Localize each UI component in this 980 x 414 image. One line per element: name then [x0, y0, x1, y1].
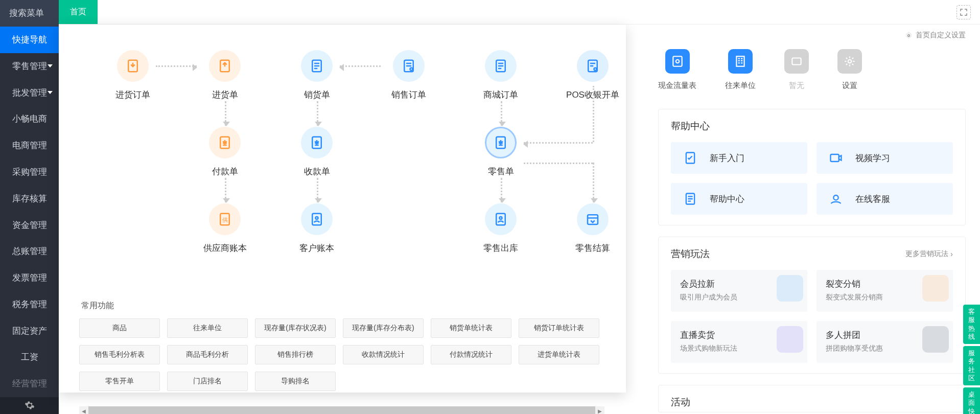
sidebar-item-quicknav[interactable]: 快捷导航 [0, 27, 59, 53]
fn-btn[interactable]: 销售毛利分析表 [79, 345, 160, 364]
arrow [317, 178, 318, 202]
fn-btn[interactable]: 商品毛利分析 [167, 345, 248, 364]
flow-label: 商城订单 [457, 89, 544, 101]
flow-payment[interactable]: 付款单 [181, 127, 268, 177]
svg-point-7 [594, 68, 597, 71]
activity-title: 活动 [671, 396, 953, 409]
building-icon [734, 55, 747, 68]
fn-btn[interactable]: 销货订单统计表 [519, 318, 599, 338]
sidebar-item-xiaochang[interactable]: 小畅电商 [0, 106, 59, 132]
fn-btn[interactable]: 商品 [79, 318, 160, 338]
mkt-live[interactable]: 直播卖货 场景式购物新玩法 [671, 321, 807, 363]
ghost-icon [922, 275, 949, 302]
fn-btn[interactable]: 零售开单 [79, 372, 160, 391]
fn-btn[interactable]: 现存量(库存分布表) [343, 318, 424, 338]
arrow [524, 163, 593, 164]
shortcut-empty[interactable]: 暂无 [784, 49, 809, 90]
sidebar-item-tax[interactable]: 税务管理 [0, 291, 59, 317]
shortcut-partner[interactable]: 往来单位 [725, 49, 756, 90]
flow-label: 收款单 [273, 166, 360, 177]
flow-purchase-receipt[interactable]: 进货单 [181, 50, 268, 101]
scroll-thumb[interactable] [88, 406, 595, 414]
horizontal-scrollbar[interactable]: ◄ ► [79, 406, 604, 414]
fn-btn[interactable]: 现存量(库存状况表) [255, 318, 336, 338]
sidebar-item-retail[interactable]: 零售管理 [0, 53, 59, 80]
help-label: 帮助中心 [710, 193, 744, 205]
arrow [340, 65, 381, 67]
sidebar-item-purchase[interactable]: 采购管理 [0, 159, 59, 186]
flow-label: 进货单 [181, 89, 268, 101]
svg-point-14 [316, 217, 318, 219]
flow-retail-order[interactable]: 零售单 [457, 127, 544, 177]
flow-purchase-order[interactable]: 进货订单 [89, 50, 176, 101]
sidebar-item-asset[interactable]: 固定资产 [0, 317, 59, 344]
mkt-fission[interactable]: 裂变分销 裂变式发展分销商 [816, 270, 953, 312]
fullscreen-button[interactable] [956, 5, 971, 19]
sidebar-label: 采购管理 [12, 166, 47, 178]
common-functions-title: 常用功能 [81, 301, 616, 311]
flow-sales-receipt[interactable]: 销货单 [273, 50, 360, 101]
sidebar-item-ops[interactable]: 经营管理 [0, 371, 59, 397]
help-center[interactable]: 帮助中心 [671, 183, 807, 215]
check-doc-icon [683, 151, 697, 165]
sidebar-item-ecommerce[interactable]: 电商管理 [0, 132, 59, 159]
flow-mall-order[interactable]: 商城订单 [457, 50, 544, 101]
flow-label: 进货订单 [89, 89, 176, 101]
ghost-icon [922, 326, 949, 353]
flow-customer-ledger[interactable]: 客户账本 [273, 203, 360, 254]
sidebar-item-wholesale[interactable]: 批发管理 [0, 79, 59, 106]
mkt-group[interactable]: 多人拼团 拼团购物享受优惠 [816, 321, 953, 363]
fn-btn[interactable]: 付款情况统计 [431, 345, 511, 364]
tag-desktop[interactable]: 桌面快捷 [963, 387, 980, 414]
shortcut-cashflow[interactable]: 现金流量表 [658, 49, 696, 90]
scroll-right-icon[interactable]: ► [595, 406, 604, 414]
sidebar-item-invoice[interactable]: 发票管理 [0, 265, 59, 291]
tag-community[interactable]: 服务社区 [963, 346, 980, 385]
flow-sales-order[interactable]: 销售订单 [365, 50, 452, 101]
tab-home[interactable]: 首页 [59, 0, 98, 24]
arrow [501, 101, 502, 126]
sidebar-item-salary[interactable]: 工资 [0, 344, 59, 371]
help-title: 帮助中心 [671, 120, 710, 133]
money-icon [309, 135, 324, 150]
fn-btn[interactable]: 门店排名 [167, 372, 248, 391]
sidebar-item-ledger[interactable]: 总账管理 [0, 238, 59, 265]
list-icon [493, 58, 508, 74]
marketing-more-link[interactable]: 更多营销玩法 › [905, 249, 953, 259]
doc-icon [585, 58, 600, 74]
doc-icon [401, 58, 416, 74]
mkt-member[interactable]: 会员拉新 吸引用户成为会员 [671, 270, 807, 312]
sidebar-item-inventory[interactable]: 库存核算 [0, 185, 59, 212]
person-icon [493, 212, 508, 227]
flow-retail-outbound[interactable]: 零售出库 [457, 203, 544, 254]
sidebar-label: 快捷导航 [12, 34, 47, 45]
shortcut-row: 现金流量表 往来单位 暂无 设置 [658, 49, 966, 90]
sidebar-item-funds[interactable]: 资金管理 [0, 212, 59, 238]
sidebar: 搜索菜单 快捷导航 零售管理 批发管理 小畅电商 电商管理 采购管理 库存核算 … [0, 0, 59, 414]
help-video[interactable]: 视频学习 [816, 142, 953, 174]
help-support[interactable]: 在线客服 [816, 183, 953, 215]
shortcut-settings[interactable]: 设置 [837, 49, 862, 90]
fn-btn[interactable]: 往来单位 [167, 318, 248, 338]
flow-receipt[interactable]: 收款单 [273, 127, 360, 177]
scroll-track[interactable] [88, 406, 595, 414]
flow-supplier-ledger[interactable]: 供 供应商账本 [181, 203, 268, 254]
fn-btn[interactable]: 销货单统计表 [431, 318, 511, 338]
home-customize-link[interactable]: 首页自定义设置 [658, 31, 966, 40]
list-icon [309, 58, 324, 74]
help-newbie[interactable]: 新手入门 [671, 142, 807, 174]
flow-retail-settle[interactable]: 零售结算 [549, 203, 636, 254]
sidebar-settings[interactable] [0, 397, 59, 414]
sidebar-label: 固定资产 [12, 325, 47, 337]
tag-hotline[interactable]: 客服热线 [963, 305, 980, 344]
fn-btn[interactable]: 收款情况统计 [343, 345, 424, 364]
sidebar-label: 总账管理 [12, 245, 47, 257]
sidebar-search[interactable]: 搜索菜单 [0, 0, 59, 27]
sidebar-search-label: 搜索菜单 [9, 7, 44, 19]
fn-btn[interactable]: 销售排行榜 [255, 345, 336, 364]
fn-btn[interactable]: 进货单统计表 [519, 345, 599, 364]
scroll-left-icon[interactable]: ◄ [79, 406, 88, 414]
arrow [317, 101, 318, 126]
headset-icon [829, 192, 843, 206]
fn-btn[interactable]: 导购排名 [255, 372, 336, 391]
